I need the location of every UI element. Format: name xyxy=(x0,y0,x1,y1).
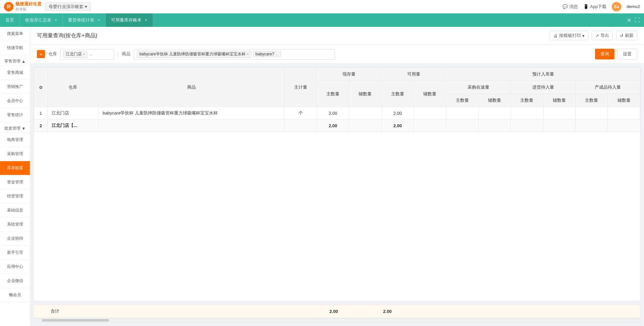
logo-text-block: 畅捷通好生意 标准版 xyxy=(15,1,42,12)
row2-purchase-main xyxy=(446,120,478,132)
sidebar-item-retail-stats[interactable]: 零售统计 xyxy=(0,108,30,122)
sidebar-item-finance[interactable]: 资金管理 xyxy=(0,175,30,189)
table-container: ⚙ 仓库 商品 主计量 现存量 可用量 预计入库量 主数量 辅数量 主数量 辅数… xyxy=(34,67,641,301)
row1-purchase-main xyxy=(446,107,478,120)
sidebar-item-search-menu[interactable]: 搜索菜单 xyxy=(0,27,30,41)
row1-stock-main: 2.00 xyxy=(317,107,349,120)
page-title: 可用量查询(按仓库+商品) xyxy=(37,32,97,43)
row2-incoming-aux xyxy=(543,120,575,132)
sidebar-wholesale-mgmt-label: 批发管理 xyxy=(4,126,20,131)
warehouse-input[interactable]: 江北门店 × ... xyxy=(60,49,114,59)
row2-available-main: 2.00 xyxy=(381,120,414,132)
sidebar-item-retail-mall[interactable]: 零售商城 xyxy=(0,66,30,80)
tab-order-stats-label: 要货单统计表 xyxy=(68,17,94,23)
th-incoming-aux: 辅数量 xyxy=(543,94,575,107)
row1-warehouse: 江北门店 xyxy=(48,107,99,120)
sidebar-item-app-center[interactable]: 应用中心 xyxy=(0,260,30,274)
sidebar-item-retail-mgmt[interactable]: 零售管理 ▲ xyxy=(0,55,30,66)
row2-stock-main: 2.00 xyxy=(317,120,349,132)
row2-stock-aux xyxy=(349,120,381,132)
sidebar-app-center-label: 应用中心 xyxy=(7,264,23,269)
sidebar-item-inventory[interactable]: 库存核算 xyxy=(0,161,30,175)
scroll-thumb[interactable] xyxy=(42,319,109,322)
tab-available-stock[interactable]: 可用量库存账本 × xyxy=(106,13,153,27)
sidebar-inventory-label: 库存核算 xyxy=(7,166,23,170)
th-available-group: 可用量 xyxy=(381,68,446,81)
tab-order-stats[interactable]: 要货单统计表 × xyxy=(63,13,106,27)
sidebar-item-quick-nav[interactable]: 快捷导航 xyxy=(0,41,30,55)
sidebar-quick-nav-label: 快捷导航 xyxy=(7,45,23,50)
sidebar-item-wholesale-mgmt[interactable]: 批发管理 ▼ xyxy=(0,122,30,133)
main-layout: 搜索菜单 快捷导航 零售管理 ▲ 零售商城 营销推广 会员中心 零售统计 批发管… xyxy=(0,27,644,326)
tab-bar-right: ✕ ⛶ xyxy=(623,13,644,27)
warehouse-more[interactable]: ... xyxy=(89,52,93,56)
export-label: 导出 xyxy=(600,33,609,39)
export-icon: ↗ xyxy=(595,33,599,38)
row1-index: 1 xyxy=(34,107,48,120)
row1-incoming-aux xyxy=(543,107,575,120)
sidebar-item-enterprise[interactable]: 企业协同 xyxy=(0,232,30,246)
logo-sub: 标准版 xyxy=(15,7,42,12)
table-row: 1 江北门店 babycare学饮杯 儿童防摔防撞吸管杯重力球吸嘴杯宝宝水杯 个… xyxy=(34,107,640,120)
logo-area: 好 畅捷通好生意 标准版 xyxy=(4,1,42,12)
message-btn[interactable]: 💬 消息 xyxy=(562,4,578,10)
template-print-btn[interactable]: 🖨 按模板打印 ▾ xyxy=(550,31,588,40)
phone-icon: 📱 xyxy=(583,4,589,9)
sidebar-new-guide-label: 新手引导 xyxy=(7,250,23,255)
setting-btn[interactable]: 设置 xyxy=(617,49,637,59)
industry-selector[interactable]: 母婴行业演示账套 ▾ xyxy=(45,2,91,11)
tab-available-stock-close[interactable]: × xyxy=(145,18,147,22)
sidebar-item-marketing[interactable]: 营销推广 xyxy=(0,80,30,94)
close-all-icon[interactable]: ✕ xyxy=(627,17,631,24)
th-forecast-group: 预计入库量 xyxy=(446,68,640,81)
expand-icon[interactable]: ⛶ xyxy=(635,17,640,23)
sidebar-item-wechat-work[interactable]: 企业微信 xyxy=(0,274,30,288)
product-tag-2[interactable]: babycare? ... xyxy=(253,51,281,57)
tab-available-stock-label: 可用量库存账本 xyxy=(111,17,142,23)
sidebar-item-operations[interactable]: 经营管理 xyxy=(0,189,30,203)
filter-area: » 仓库 江北门店 × ... | 商品 babycare学饮杯 儿童防摔防撞吸… xyxy=(30,45,644,64)
settings-icon[interactable]: ⚙ xyxy=(39,85,43,90)
sidebar-item-ecommerce[interactable]: 电商管理 xyxy=(0,133,30,147)
row1-purchase-aux xyxy=(478,107,511,120)
refresh-btn[interactable]: ↺ 刷新 xyxy=(616,31,637,40)
row1-incoming-main xyxy=(511,107,543,120)
app-download-btn[interactable]: 📱 App下载 xyxy=(583,4,606,10)
content-area: 可用量查询(按仓库+商品) 🖨 按模板打印 ▾ ↗ 导出 ↺ 刷新 xyxy=(30,27,644,326)
sidebar-item-sys-mgmt[interactable]: 系统管理 xyxy=(0,218,30,232)
warehouse-tag-1-close[interactable]: × xyxy=(83,52,85,56)
sidebar-member-label: 畅会员 xyxy=(9,292,21,297)
chevron-down-icon: ▾ xyxy=(85,4,87,9)
sidebar-item-new-guide[interactable]: 新手引导 xyxy=(0,246,30,260)
export-btn[interactable]: ↗ 导出 xyxy=(592,31,613,40)
product-tag-1[interactable]: babycare学饮杯 儿童防摔防撞吸管杯重力球吸嘴杯宝宝水杯 × xyxy=(137,51,251,58)
tab-order-stats-close[interactable]: × xyxy=(98,18,100,22)
th-production-aux: 辅数量 xyxy=(608,94,640,107)
horizontal-scrollbar[interactable] xyxy=(34,318,641,323)
row1-production-main xyxy=(576,107,608,120)
th-settings[interactable]: ⚙ xyxy=(34,68,48,107)
sidebar-item-member[interactable]: 畅会员 xyxy=(0,288,30,302)
filter-expand-btn[interactable]: » xyxy=(37,50,45,58)
sidebar-search-menu-label: 搜索菜单 xyxy=(7,31,23,36)
filter-separator-1: | xyxy=(117,52,118,57)
product-tag-1-close[interactable]: × xyxy=(247,52,249,56)
tab-home[interactable]: 首页 xyxy=(0,13,20,27)
sidebar-item-member-center[interactable]: 会员中心 xyxy=(0,94,30,108)
tab-receive-summary-close[interactable]: × xyxy=(55,18,57,22)
sidebar-item-purchase-mgmt[interactable]: 采购管理 xyxy=(0,147,30,161)
expand-arrows-icon: » xyxy=(40,51,42,57)
tab-receive-summary[interactable]: 收发存汇总表 × xyxy=(20,13,63,27)
query-btn[interactable]: 查询 xyxy=(595,49,614,59)
sidebar-item-basic-info[interactable]: 基础信息 xyxy=(0,203,30,218)
sidebar-enterprise-label: 企业协同 xyxy=(7,236,23,241)
product-more[interactable]: ... xyxy=(275,52,279,56)
row2-purchase-aux xyxy=(478,120,511,132)
warehouse-tag-1[interactable]: 江北门店 × xyxy=(63,51,87,58)
product-input[interactable]: babycare学饮杯 儿童防摔防撞吸管杯重力球吸嘴杯宝宝水杯 × babyca… xyxy=(134,49,335,59)
page-header: 可用量查询(按仓库+商品) 🖨 按模板打印 ▾ ↗ 导出 ↺ 刷新 xyxy=(30,27,644,45)
sidebar-retail-mgmt-label: 零售管理 xyxy=(4,58,20,64)
user-name[interactable]: demo2 xyxy=(627,4,640,9)
total-bar: 合计 2.00 2.00 xyxy=(34,305,641,318)
top-bar-left: 好 畅捷通好生意 标准版 母婴行业演示账套 ▾ xyxy=(4,1,91,12)
